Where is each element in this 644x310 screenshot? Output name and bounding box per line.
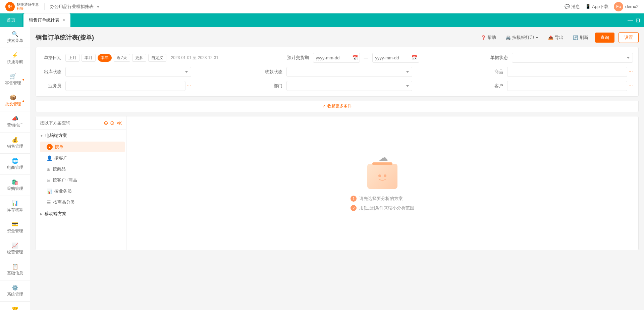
salesperson-more-button[interactable]: ··· <box>187 83 191 89</box>
scheme-item-by-goods[interactable]: ⊞ 按商品 <box>40 164 125 174</box>
sidebar-item-wholesale[interactable]: 📦 批发管理 ▲ <box>0 90 30 111</box>
scheme-collapse-icon[interactable]: ≪ <box>116 120 122 126</box>
user-area[interactable]: Ea demo2 <box>614 2 639 11</box>
tab-close-button[interactable]: × <box>63 18 65 22</box>
empty-box-face <box>374 170 391 183</box>
avatar: Ea <box>614 2 623 11</box>
page-actions: ❓ 帮助 🖨️ 按模板打印 ▼ 📤 导出 🔄 刷新 <box>478 32 639 43</box>
divider <box>44 3 45 10</box>
minimize-icon[interactable]: — <box>628 17 633 23</box>
date-btn-year[interactable]: 本年 <box>98 54 112 62</box>
customer-label: 客户 <box>483 83 503 89</box>
sidebar-item-inventory[interactable]: 📊 库存核算 <box>0 196 30 217</box>
sidebar-item-retail[interactable]: 🛒 零售管理 ▼ <box>0 69 30 90</box>
customer-input[interactable] <box>507 81 627 91</box>
date-btn-custom[interactable]: 自定义 <box>148 54 166 62</box>
tab-bar-actions: — ⊡ <box>628 17 644 23</box>
maximize-icon[interactable]: ⊡ <box>636 17 640 23</box>
download-button[interactable]: 📱 App下载 <box>585 4 608 10</box>
page-content: 销售订单统计表(按单) ❓ 帮助 🖨️ 按模板打印 ▼ 📤 导出 <box>30 27 644 310</box>
empty-tips: 1 请先选择要分析的方案 2 用[过滤]条件来缩小分析范围 <box>351 196 414 214</box>
sidebar-item-management[interactable]: 📈 经营管理 <box>0 238 30 259</box>
pc-section: ▼ 电脑端方案 ● 按单 👤 按客户 <box>36 130 126 208</box>
scheme-item-bar-icon: 📊 <box>47 189 52 194</box>
sidebar-item-purchase[interactable]: 🛍️ 采购管理 <box>0 175 30 196</box>
sidebar-item-finance[interactable]: 💳 资金管理 <box>0 217 30 238</box>
pc-section-header[interactable]: ▼ 电脑端方案 <box>36 130 126 141</box>
logo-area: 好 畅捷通好生意 标账 <box>5 2 39 11</box>
logo-text: 畅捷通好生意 标账 <box>17 2 39 11</box>
scheme-add-icon[interactable]: ⊕ <box>104 120 108 126</box>
empty-tip-1: 1 请先选择要分析的方案 <box>351 196 414 202</box>
filter-row-1: 单据日期 上月 本月 本年 近7天 更多 自定义 2023-01-01 至 20… <box>41 53 633 63</box>
print-icon: 🖨️ <box>505 35 511 40</box>
tab-bar: 首页 销售订单统计表 × — ⊡ <box>0 13 644 27</box>
receipt-status-label: 收款状态 <box>262 69 282 75</box>
department-select[interactable] <box>286 81 412 91</box>
window-title-dropdown[interactable]: ▼ <box>96 5 100 9</box>
date-btn-more[interactable]: 更多 <box>132 54 146 62</box>
main-layout: 🔍 搜索菜单 ⚡ 快捷导航 🛒 零售管理 ▼ 📦 批发管理 ▲ 📣 营销推广 <box>0 27 644 310</box>
export-button[interactable]: 📤 导出 <box>545 33 566 42</box>
page-title: 销售订单统计表(按单) <box>36 34 94 42</box>
scheme-item-by-customer-goods[interactable]: ⊟ 按客户+商品 <box>40 175 125 186</box>
salesperson-input[interactable] <box>65 81 185 91</box>
expected-date-from[interactable] <box>313 53 360 63</box>
scheme-item-list-icon: ☰ <box>47 200 51 205</box>
settings-button[interactable]: 设置 <box>619 32 639 43</box>
scheme-item-grid2-icon: ⊟ <box>47 177 51 183</box>
help-icon: ❓ <box>481 35 486 40</box>
scheme-item-grid-icon: ⊞ <box>47 166 51 172</box>
sidebar-item-system[interactable]: ⚙️ 系统管理 <box>0 280 30 302</box>
sidebar-item-ecommerce[interactable]: 🌐 电商管理 <box>0 154 30 175</box>
pc-section-arrow: ▼ <box>40 134 43 138</box>
receipt-status-select[interactable] <box>286 67 412 77</box>
expected-date-to[interactable] <box>372 53 419 63</box>
message-button[interactable]: 💬 消息 <box>565 4 580 10</box>
tab-home[interactable]: 首页 <box>0 13 22 27</box>
bill-status-select[interactable] <box>512 53 633 63</box>
date-btn-current[interactable]: 本月 <box>82 54 96 62</box>
date-btn-7days[interactable]: 近7天 <box>114 54 130 62</box>
sidebar-item-search[interactable]: 🔍 搜索菜单 <box>0 27 30 48</box>
customer-more-button[interactable]: ··· <box>629 83 633 89</box>
logo-icon: 好 <box>5 2 15 11</box>
search-button[interactable]: 查询 <box>595 33 614 43</box>
top-header: 好 畅捷通好生意 标账 办公用品行业模拟账表 ▼ 💬 消息 📱 App下载 Ea… <box>0 0 644 13</box>
goods-input[interactable] <box>507 67 627 77</box>
scheme-item-by-customer[interactable]: 👤 按客户 <box>40 153 125 163</box>
sidebar-item-basic[interactable]: 📋 基础信息 <box>0 259 30 280</box>
sidebar: 🔍 搜索菜单 ⚡ 快捷导航 🛒 零售管理 ▼ 📦 批发管理 ▲ 📣 营销推广 <box>0 27 30 310</box>
department-label: 部门 <box>262 83 282 89</box>
scheme-settings-icon[interactable]: ⊙ <box>110 120 114 126</box>
tip-num-1: 1 <box>351 196 357 202</box>
scheme-panel: 按以下方案查询 ⊕ ⊙ ≪ ▼ 电脑端方案 <box>36 116 126 250</box>
out-status-select[interactable] <box>65 67 191 77</box>
goods-more-button[interactable]: ··· <box>629 69 633 75</box>
empty-box <box>367 164 397 189</box>
tip-num-2: 2 <box>351 205 357 211</box>
collapse-bar[interactable]: ∧ 收起更多条件 <box>36 101 639 112</box>
refresh-button[interactable]: 🔄 刷新 <box>570 33 591 42</box>
pc-scheme-items: ● 按单 👤 按客户 ⊞ 按商品 <box>36 142 126 208</box>
header-left: 好 畅捷通好生意 标账 办公用品行业模拟账表 ▼ <box>5 2 100 11</box>
sidebar-item-enterprise[interactable]: 🤝 企业协同 <box>0 302 30 310</box>
sidebar-item-sales[interactable]: 💰 销售管理 <box>0 133 30 154</box>
print-dropdown-arrow[interactable]: ▼ <box>535 36 539 40</box>
help-button[interactable]: ❓ 帮助 <box>478 33 499 42</box>
expected-date-label: 预计交货期 <box>287 55 309 61</box>
app-title: 办公用品行业模拟账表 <box>50 4 94 10</box>
tab-active[interactable]: 销售订单统计表 × <box>23 13 70 27</box>
date-btn-prev[interactable]: 上月 <box>65 54 79 62</box>
filter-row-2: 出库状态 收款状态 商品 <box>41 67 633 77</box>
salesperson-label: 业务员 <box>41 83 61 89</box>
scheme-item-by-category[interactable]: ☰ 按商品分类 <box>40 197 125 208</box>
sidebar-item-nav[interactable]: ⚡ 快捷导航 <box>0 48 30 69</box>
sidebar-item-marketing[interactable]: 📣 营销推广 <box>0 111 30 133</box>
mobile-section-header[interactable]: ▶ 移动端方案 <box>36 208 126 219</box>
print-button[interactable]: 🖨️ 按模板打印 ▼ <box>503 33 541 42</box>
date-range-text: 2023-01-01 至 2023-12-31 <box>171 55 218 61</box>
mobile-section-arrow: ▶ <box>40 212 43 216</box>
scheme-item-by-salesperson[interactable]: 📊 按业务员 <box>40 186 125 197</box>
scheme-item-by-order[interactable]: ● 按单 <box>40 142 125 152</box>
